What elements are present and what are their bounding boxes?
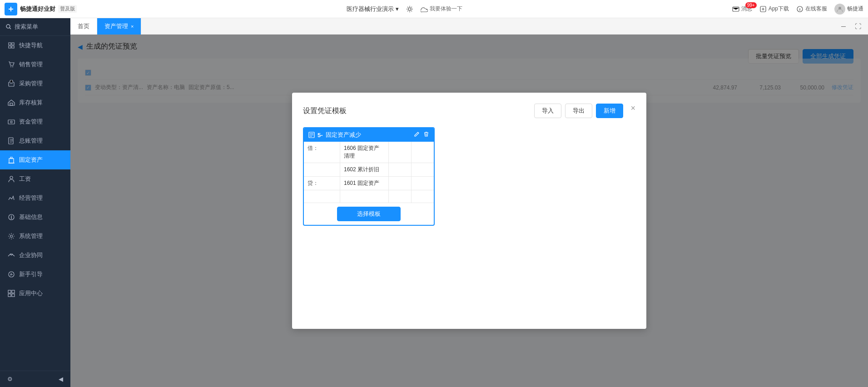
online-service-btn[interactable]: 在线客服: [796, 5, 827, 13]
new-btn[interactable]: 新增: [596, 104, 623, 118]
sidebar-item-sales[interactable]: 销售管理: [0, 55, 70, 74]
user-profile-btn[interactable]: 畅捷通: [834, 4, 863, 15]
svg-rect-20: [8, 294, 11, 297]
company-selector[interactable]: 医疗器械行业演示 ▾: [347, 5, 399, 13]
money-icon: [7, 118, 15, 126]
sidebar-item-operation[interactable]: 经营管理: [0, 189, 70, 208]
sidebar-item-label: 基础信息: [19, 213, 43, 221]
top-bar-left: 畅捷通好业财 普及版: [5, 3, 77, 15]
quick-nav-icon: [7, 41, 15, 50]
row-debit-3: [388, 190, 411, 203]
cloud-experience-btn[interactable]: 我要体验一下: [421, 5, 462, 13]
sidebar-item-cooperation[interactable]: 企业协同: [0, 246, 70, 265]
settings-bottom-icon[interactable]: ⚙: [7, 376, 13, 382]
cart-icon: [7, 60, 15, 69]
sidebar-item-label: 销售管理: [19, 60, 43, 69]
sidebar-item-system[interactable]: 系统管理: [0, 227, 70, 246]
chevron-down-icon: ▾: [396, 5, 399, 12]
export-btn[interactable]: 导出: [565, 104, 592, 118]
row-account-3: [340, 190, 388, 203]
sidebar-item-ledger[interactable]: 总账管理: [0, 131, 70, 150]
template-row-1: 1602 累计折旧: [304, 163, 434, 177]
svg-point-5: [6, 25, 10, 28]
svg-point-14: [10, 176, 13, 179]
template-row-3: [304, 190, 434, 203]
svg-point-6: [10, 66, 11, 67]
svg-point-16: [10, 235, 13, 238]
svg-point-11: [10, 121, 12, 123]
sidebar-item-label: 库存核算: [19, 99, 43, 107]
sidebar-item-guide[interactable]: 新手引导: [0, 265, 70, 284]
svg-rect-21: [12, 294, 15, 297]
search-label: 搜索菜单: [15, 23, 38, 31]
modal-header: 设置凭证模板 导入 导出 新增 ×: [303, 104, 635, 118]
edition-badge: 普及版: [58, 5, 77, 13]
row-credit-0: [411, 142, 434, 163]
sidebar-item-label: 经营管理: [19, 194, 43, 202]
sidebar-item-label: 采购管理: [19, 79, 43, 88]
import-btn[interactable]: 导入: [534, 104, 561, 118]
sidebar-item-finance[interactable]: 资金管理: [0, 112, 70, 131]
template-header-left: 5- 固定资产减少: [308, 131, 361, 139]
sidebar-item-basic-info[interactable]: 基础信息: [0, 208, 70, 227]
modal-close-btn[interactable]: ×: [630, 104, 635, 118]
sidebar-item-quick-nav[interactable]: 快捷导航: [0, 36, 70, 55]
user-name: 畅捷通: [847, 5, 863, 13]
row-credit-2: [411, 177, 434, 190]
tab-home[interactable]: 首页: [70, 18, 97, 35]
person-icon: [7, 175, 15, 183]
sidebar-item-purchase[interactable]: 采购管理: [0, 74, 70, 93]
messages-btn[interactable]: 消息 99+: [732, 5, 752, 13]
compass-icon: [7, 270, 15, 278]
sidebar-item-label: 快捷导航: [19, 41, 43, 50]
company-name: 医疗器械行业演示: [347, 5, 394, 13]
handshake-icon: [7, 251, 15, 259]
sidebar-item-apps[interactable]: 应用中心: [0, 284, 70, 303]
logo-icon: [5, 3, 17, 15]
edit-template-icon[interactable]: [414, 131, 420, 139]
maximize-btn[interactable]: ⛶: [853, 21, 863, 32]
top-bar-center: 医疗器械行业演示 ▾ 我要体验一下: [347, 3, 462, 15]
template-header-actions: [414, 131, 429, 139]
sidebar-item-label: 工资: [19, 175, 31, 183]
select-template-btn[interactable]: 选择模板: [337, 207, 401, 221]
collapse-icon[interactable]: ◀: [59, 376, 63, 382]
tab-asset-management[interactable]: 资产管理 ×: [97, 18, 141, 35]
company-settings-icon[interactable]: [403, 3, 416, 15]
row-debit-1: [388, 163, 411, 176]
sidebar-item-payroll[interactable]: 工资: [0, 169, 70, 189]
building-icon: [7, 156, 15, 164]
sidebar-item-label: 企业协同: [19, 251, 43, 259]
template-card: 5- 固定资产减少: [303, 127, 435, 226]
modal-body: 5- 固定资产减少: [303, 127, 635, 226]
tab-close-btn[interactable]: ×: [131, 24, 134, 29]
minimize-btn[interactable]: ─: [838, 21, 849, 32]
sidebar-item-inventory[interactable]: 库存核算: [0, 93, 70, 112]
row-account-1: 1602 累计折旧: [340, 163, 388, 176]
app-logo: 畅捷通好业财 普及版: [5, 3, 77, 15]
sidebar-item-label: 总账管理: [19, 137, 43, 145]
svg-rect-13: [9, 159, 14, 163]
row-side-1: [304, 163, 340, 176]
template-row-2: 贷： 1601 固定资产: [304, 177, 434, 190]
row-debit-0: [388, 142, 411, 163]
template-id: 5-: [317, 132, 323, 139]
modal-overlay: 设置凭证模板 导入 导出 新增 ×: [70, 35, 868, 387]
sidebar-item-fixed-assets[interactable]: 固定资产: [0, 150, 70, 169]
template-card-header: 5- 固定资产减少: [304, 128, 434, 142]
app-download-btn[interactable]: App下载: [759, 5, 789, 13]
info-icon: [7, 213, 15, 221]
settings-icon: [7, 232, 15, 240]
row-side-2: 贷：: [304, 177, 340, 190]
top-bar-right: 消息 99+ App下载 在线客服 畅捷通: [732, 4, 863, 15]
svg-rect-9: [10, 103, 13, 105]
sidebar-search[interactable]: 搜索菜单: [0, 18, 70, 36]
delete-template-icon[interactable]: [423, 131, 429, 139]
content-area: 首页 资产管理 × ─ ⛶ ◀ 生成的凭证预览: [70, 18, 868, 387]
template-body: 借： 1606 固定资产清理 1602 累计折旧: [304, 142, 434, 203]
svg-point-1: [408, 8, 411, 10]
modal-title: 设置凭证模板: [303, 106, 347, 116]
chart-icon: [7, 194, 15, 202]
svg-rect-10: [8, 120, 15, 124]
avatar: [834, 4, 845, 15]
